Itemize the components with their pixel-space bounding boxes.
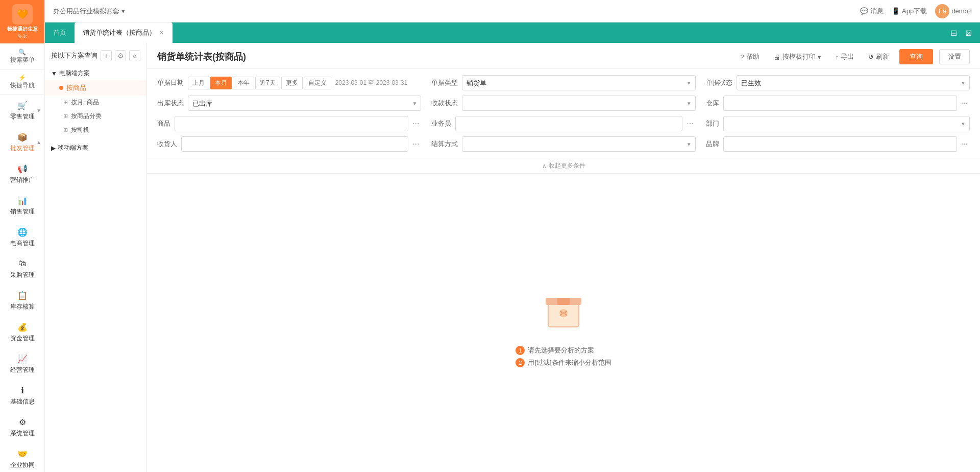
sidebar-item-search[interactable]: 🔍 搜索菜单 bbox=[0, 43, 44, 70]
product-input[interactable] bbox=[175, 116, 408, 131]
filter-row-2: 出库状态 已出库 收款状态 bbox=[157, 96, 970, 111]
message-btn[interactable]: 💬 消息 bbox=[860, 7, 884, 16]
date-tab-this-month[interactable]: 本月 bbox=[210, 77, 232, 89]
sidebar-item-purchase[interactable]: 🛍 采购管理 bbox=[0, 253, 44, 285]
date-tab-this-year[interactable]: 本年 bbox=[233, 77, 254, 89]
stock-status-label: 出库状态 bbox=[157, 99, 184, 108]
doc-status-select[interactable]: 已生效 bbox=[737, 75, 970, 90]
refresh-btn[interactable]: ↺ 刷新 bbox=[864, 50, 893, 63]
payment-status-select[interactable] bbox=[462, 96, 695, 111]
industry-dropdown[interactable]: 办公用品行业模拟账套 ▾ bbox=[53, 7, 125, 16]
consignee-dots-icon[interactable]: ··· bbox=[410, 139, 421, 149]
date-filter-label: 单据日期 bbox=[157, 78, 184, 87]
sidebar-item-sales[interactable]: 📊 销售管理 bbox=[0, 190, 44, 221]
consignee-input[interactable] bbox=[181, 136, 408, 152]
export-icon: ↑ bbox=[836, 53, 839, 61]
hint-text-1: 请先选择要分析的方案 bbox=[528, 346, 594, 355]
scheme-item-by-driver[interactable]: ⊞ 按司机 bbox=[45, 123, 146, 137]
scheme-driver-icon: ⊞ bbox=[63, 127, 68, 133]
settlement-select[interactable] bbox=[462, 136, 695, 152]
filter-item-salesperson: 业务员 ··· bbox=[431, 116, 695, 131]
tab-minimize-icon[interactable]: ⊟ bbox=[948, 26, 959, 40]
doc-type-select[interactable]: 销货单 bbox=[462, 75, 695, 90]
svg-line-4 bbox=[560, 311, 561, 312]
scheme-group-mobile-title[interactable]: ▶ 移动端方案 bbox=[45, 141, 146, 155]
basic-info-label: 基础信息 bbox=[10, 397, 35, 406]
empty-state: 1 请先选择要分析的方案 2 用[过滤]条件来缩小分析范围 bbox=[147, 174, 980, 472]
product-dots-icon[interactable]: ··· bbox=[410, 119, 421, 128]
settings-btn[interactable]: 设置 bbox=[939, 49, 970, 64]
page-title-bar: 销货单统计表(按商品) ? 帮助 🖨 按模板打印 ▾ ↑ bbox=[147, 43, 980, 69]
brand-input[interactable] bbox=[723, 136, 957, 152]
app-download-btn[interactable]: 📱 App下载 bbox=[892, 7, 927, 16]
app-title: 畅捷通好生意 bbox=[7, 26, 38, 33]
scheme-item-by-driver-label: 按司机 bbox=[71, 126, 89, 134]
date-tab-group: 上月 本月 本年 近7天 更多 自定义 bbox=[188, 77, 331, 89]
ecommerce-label: 电商管理 bbox=[10, 239, 35, 248]
date-tab-more[interactable]: 更多 bbox=[281, 77, 303, 89]
sidebar-item-marketing[interactable]: 📢 营销推广 bbox=[0, 158, 44, 190]
settlement-label: 结算方式 bbox=[431, 139, 458, 149]
scheme-group-pc-label: 电脑端方案 bbox=[59, 69, 90, 78]
sidebar-item-system[interactable]: ⚙ 系统管理 bbox=[0, 411, 44, 443]
brand-dots-icon[interactable]: ··· bbox=[959, 139, 970, 149]
system-icon: ⚙ bbox=[17, 416, 28, 428]
scheme-active-dot bbox=[59, 86, 63, 90]
print-template-btn[interactable]: 🖨 按模板打印 ▾ bbox=[770, 50, 825, 63]
avatar: Ea bbox=[935, 4, 949, 18]
warehouse-input[interactable] bbox=[723, 96, 957, 111]
top-header: 办公用品行业模拟账套 ▾ 💬 消息 📱 App下载 Ea demo2 bbox=[45, 0, 980, 22]
scheme-group-pc-title[interactable]: ▼ 电脑端方案 bbox=[45, 66, 146, 80]
date-tab-last-7[interactable]: 近7天 bbox=[255, 77, 280, 89]
retail-icon: 🛒 bbox=[17, 100, 28, 111]
tab-close-icon[interactable]: ✕ bbox=[159, 29, 164, 37]
header-left: 办公用品行业模拟账套 ▾ bbox=[53, 7, 125, 16]
date-tab-last-month[interactable]: 上月 bbox=[188, 77, 209, 89]
scheme-item-by-category[interactable]: ⊞ 按商品分类 bbox=[45, 109, 146, 123]
tab-home[interactable]: 首页 bbox=[45, 22, 75, 43]
filter-item-consignee: 收货人 ··· bbox=[157, 136, 421, 152]
scheme-setting-btn[interactable]: ⚙ bbox=[115, 50, 126, 61]
scheme-add-btn[interactable]: + bbox=[101, 50, 112, 61]
collapse-label: 收起更多条件 bbox=[549, 161, 585, 170]
scheme-panel-actions: + ⚙ « bbox=[101, 50, 140, 61]
help-btn[interactable]: ? 帮助 bbox=[736, 50, 763, 63]
finance-icon: 💰 bbox=[17, 321, 28, 333]
department-label: 部门 bbox=[706, 119, 719, 128]
sidebar-item-cooperation[interactable]: 🤝 企业协同 bbox=[0, 443, 44, 472]
app-download-label: App下载 bbox=[902, 7, 927, 16]
empty-hint-2: 2 用[过滤]条件来缩小分析范围 bbox=[516, 358, 611, 367]
sidebar-item-retail[interactable]: 🛒 零售管理 ▼ bbox=[0, 95, 44, 126]
salesperson-dots-icon[interactable]: ··· bbox=[684, 119, 695, 128]
query-btn[interactable]: 查询 bbox=[899, 49, 933, 64]
page-content: 按以下方案查询 + ⚙ « bbox=[45, 43, 980, 472]
search-label: 搜索菜单 bbox=[10, 56, 35, 64]
filter-row-4: 收货人 ··· 结算方式 bbox=[157, 136, 970, 152]
sidebar-item-finance[interactable]: 💰 资金管理 bbox=[0, 316, 44, 348]
tab-sales-stats[interactable]: 销货单统计表（按商品） ✕ bbox=[75, 22, 173, 43]
scheme-item-by-month-product[interactable]: ⊞ 按月+商品 bbox=[45, 96, 146, 109]
scheme-collapse-btn[interactable]: « bbox=[129, 50, 140, 61]
user-profile[interactable]: Ea demo2 bbox=[935, 4, 972, 18]
warehouse-dots-icon[interactable]: ··· bbox=[959, 99, 970, 108]
stock-status-select[interactable]: 已出库 bbox=[188, 96, 421, 111]
salesperson-input[interactable] bbox=[455, 116, 682, 131]
sidebar-item-wholesale[interactable]: 📦 批发管理 ▲ bbox=[0, 126, 44, 158]
sidebar-item-ecommerce[interactable]: 🌐 电商管理 bbox=[0, 221, 44, 253]
sidebar-item-inventory[interactable]: 📋 库存核算 bbox=[0, 285, 44, 316]
department-select[interactable] bbox=[723, 116, 970, 131]
date-tab-custom[interactable]: 自定义 bbox=[304, 77, 331, 89]
quick-nav-label: 快捷导航 bbox=[10, 81, 35, 90]
collapse-conditions-btn[interactable]: ∧ 收起更多条件 bbox=[542, 161, 585, 170]
sidebar-item-quick-nav[interactable]: ⚡ 快捷导航 bbox=[0, 70, 44, 95]
scheme-panel-title: 按以下方案查询 bbox=[51, 51, 97, 60]
svg-line-6 bbox=[566, 311, 567, 312]
sidebar-item-basic-info[interactable]: ℹ 基础信息 bbox=[0, 380, 44, 411]
export-btn[interactable]: ↑ 导出 bbox=[831, 50, 859, 63]
tab-maximize-icon[interactable]: ⊠ bbox=[963, 26, 974, 40]
scheme-item-by-product-label: 按商品 bbox=[66, 83, 86, 92]
scheme-item-by-product[interactable]: 按商品 bbox=[45, 80, 146, 96]
sidebar-item-management[interactable]: 📈 经营管理 bbox=[0, 348, 44, 380]
inventory-label: 库存核算 bbox=[10, 302, 35, 311]
content-area: 按以下方案查询 + ⚙ « bbox=[45, 43, 980, 472]
